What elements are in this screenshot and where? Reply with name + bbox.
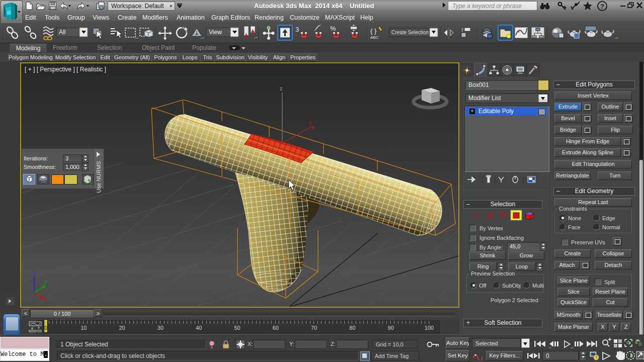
svg-text:All: All (59, 29, 65, 36)
svg-text:?: ? (600, 3, 604, 10)
svg-text:3: 3 (295, 26, 299, 33)
svg-text:y: y (44, 279, 47, 285)
svg-text:x: x (44, 297, 47, 303)
svg-text:ABC: ABC (370, 35, 379, 40)
svg-text:View: View (209, 29, 222, 36)
svg-text:{ }: { } (370, 27, 377, 35)
svg-text:z: z (280, 85, 283, 92)
svg-text:z: z (33, 268, 36, 275)
svg-text:%: % (330, 25, 336, 32)
svg-text:y: y (309, 119, 312, 125)
